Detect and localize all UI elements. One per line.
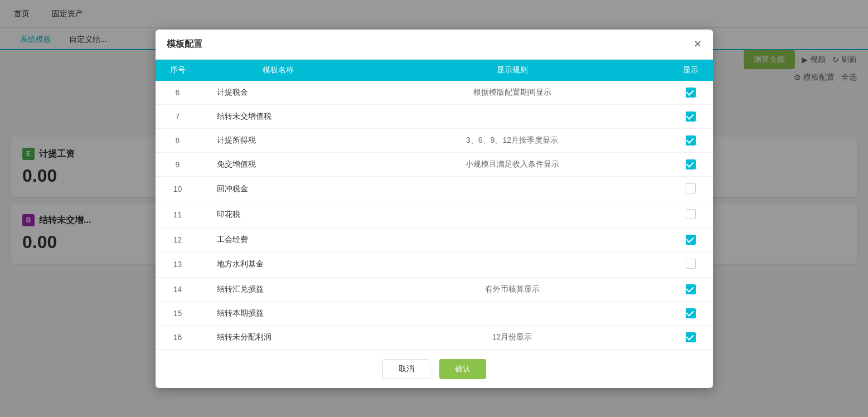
checkbox-16[interactable] — [686, 332, 696, 342]
modal-title: 模板配置 — [167, 38, 202, 50]
table-row: 12工会经费 — [156, 227, 713, 251]
cell-name: 计提税金 — [200, 81, 356, 105]
cell-name: 计提所得税 — [200, 128, 356, 152]
cell-name: 结转本期损益 — [200, 301, 356, 325]
cell-id: 11 — [156, 202, 200, 227]
cell-id: 16 — [156, 325, 200, 349]
cell-checkbox[interactable] — [668, 277, 713, 301]
cell-rule: 12月份显示 — [356, 325, 668, 349]
checkbox-9[interactable] — [686, 159, 696, 169]
cell-rule: 有外币核算显示 — [356, 277, 668, 301]
table-row: 14结转汇兑损益有外币核算显示 — [156, 277, 713, 301]
cell-rule — [356, 227, 668, 251]
cell-checkbox[interactable] — [668, 128, 713, 152]
col-header-rule: 显示规则 — [356, 60, 668, 81]
col-header-name: 模板名称 — [200, 60, 356, 81]
cell-checkbox[interactable] — [668, 227, 713, 251]
checkbox-13[interactable] — [686, 259, 696, 269]
cell-id: 14 — [156, 277, 200, 301]
cell-name: 工会经费 — [200, 227, 356, 251]
cell-id: 10 — [156, 176, 200, 202]
cell-rule — [356, 301, 668, 325]
table-row: 10回冲税金 — [156, 176, 713, 202]
cell-rule — [356, 202, 668, 227]
cell-name: 结转汇兑损益 — [200, 277, 356, 301]
checkbox-12[interactable] — [686, 235, 696, 245]
cell-checkbox[interactable] — [668, 251, 713, 277]
cell-name: 印花税 — [200, 202, 356, 227]
table-row: 7结转未交增值税 — [156, 104, 713, 128]
table-row: 8计提所得税3、6、9、12月按季度显示 — [156, 128, 713, 152]
modal-overlay: 模板配置 ✕ 序号 模板名称 显示规则 显示 6计提税金根据模版配置期间显示7结… — [0, 0, 868, 417]
checkbox-14[interactable] — [686, 284, 696, 294]
cell-checkbox[interactable] — [668, 202, 713, 227]
cell-id: 13 — [156, 251, 200, 277]
cell-id: 9 — [156, 152, 200, 176]
cell-id: 6 — [156, 81, 200, 105]
col-header-display: 显示 — [668, 60, 713, 81]
cell-rule — [356, 176, 668, 202]
cell-checkbox[interactable] — [668, 301, 713, 325]
cell-rule — [356, 251, 668, 277]
checkbox-7[interactable] — [686, 111, 696, 122]
template-config-modal: 模板配置 ✕ 序号 模板名称 显示规则 显示 6计提税金根据模版配置期间显示7结… — [156, 30, 713, 388]
table-row: 15结转本期损益 — [156, 301, 713, 325]
cancel-button[interactable]: 取消 — [382, 359, 430, 379]
cell-rule: 根据模版配置期间显示 — [356, 81, 668, 105]
cell-rule: 小规模且满足收入条件显示 — [356, 152, 668, 176]
checkbox-8[interactable] — [686, 135, 696, 146]
cell-id: 8 — [156, 128, 200, 152]
template-table: 序号 模板名称 显示规则 显示 6计提税金根据模版配置期间显示7结转未交增值税8… — [156, 60, 713, 350]
cell-id: 12 — [156, 227, 200, 251]
cell-checkbox[interactable] — [668, 104, 713, 128]
modal-header: 模板配置 ✕ — [156, 30, 713, 60]
checkbox-6[interactable] — [686, 88, 696, 98]
cell-checkbox[interactable] — [668, 325, 713, 349]
checkbox-10[interactable] — [686, 183, 696, 193]
cell-checkbox[interactable] — [668, 176, 713, 202]
cell-id: 15 — [156, 301, 200, 325]
cell-name: 结转未分配利润 — [200, 325, 356, 349]
table-row: 6计提税金根据模版配置期间显示 — [156, 81, 713, 105]
modal-footer: 取消 确认 — [156, 350, 713, 388]
table-row: 16结转未分配利润12月份显示 — [156, 325, 713, 349]
table-row: 13地方水利基金 — [156, 251, 713, 277]
modal-close-button[interactable]: ✕ — [694, 39, 702, 49]
cell-rule: 3、6、9、12月按季度显示 — [356, 128, 668, 152]
cell-id: 7 — [156, 104, 200, 128]
table-row: 9免交增值税小规模且满足收入条件显示 — [156, 152, 713, 176]
table-header-row: 序号 模板名称 显示规则 显示 — [156, 60, 713, 81]
cell-checkbox[interactable] — [668, 152, 713, 176]
checkbox-11[interactable] — [686, 209, 696, 219]
cell-name: 结转未交增值税 — [200, 104, 356, 128]
table-scroll-area[interactable]: 序号 模板名称 显示规则 显示 6计提税金根据模版配置期间显示7结转未交增值税8… — [156, 60, 713, 350]
cell-name: 地方水利基金 — [200, 251, 356, 277]
cell-name: 回冲税金 — [200, 176, 356, 202]
cell-checkbox[interactable] — [668, 81, 713, 105]
cell-name: 免交增值税 — [200, 152, 356, 176]
cell-rule — [356, 104, 668, 128]
table-row: 11印花税 — [156, 202, 713, 227]
col-header-id: 序号 — [156, 60, 200, 81]
confirm-button[interactable]: 确认 — [439, 359, 486, 379]
checkbox-15[interactable] — [686, 308, 696, 318]
